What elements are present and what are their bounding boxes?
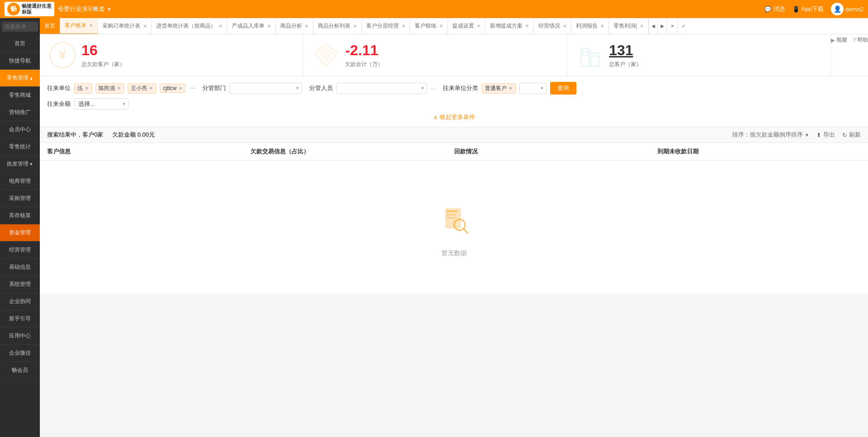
tab-profit-report-close[interactable]: ✕ (600, 24, 604, 28)
app-wrapper: 畅 畅捷通好生意 标版 母婴行业演示帐套 ▼ 💬 消息 📱 App下载 (0, 0, 868, 437)
message-btn[interactable]: 💬 消息 (764, 5, 785, 13)
sidebar-item-newguide[interactable]: 新手引导 (0, 310, 40, 328)
sidebar-item-appcenter[interactable]: 应用中心 (0, 328, 40, 345)
tab-product-receipt-close[interactable]: ✕ (267, 24, 271, 28)
sidebar-item-changhui[interactable]: 畅会员 (0, 362, 40, 379)
sidebar-item-purchase[interactable]: 采购管理 (0, 190, 40, 207)
svg-line-18 (464, 229, 468, 233)
sidebar-item-wholesale[interactable]: 批发管理 ▼ (0, 156, 40, 173)
sidebar-item-retail[interactable]: 零售管理 ▲ (0, 70, 40, 87)
user-profile-btn[interactable]: 👤 demo2 (831, 3, 863, 15)
svg-rect-11 (596, 55, 598, 57)
tab-customer-layer[interactable]: 客户分层经营 ✕ (362, 18, 410, 34)
tab-add-commission-close[interactable]: ✕ (525, 24, 529, 28)
dept-select[interactable] (230, 83, 302, 94)
tab-customer-ledger[interactable]: 客户账本 ✕ (60, 18, 98, 34)
sidebar-item-home[interactable]: 首页 (0, 35, 40, 52)
empty-icon (432, 197, 477, 242)
tab-stock-stat[interactable]: 进货单统计表（按商品） ✕ (152, 18, 227, 34)
person-more-btn[interactable]: ··· (431, 85, 436, 92)
store-chevron-icon[interactable]: ▼ (107, 7, 111, 12)
svg-rect-6 (583, 51, 585, 52)
tab-commission-setting-label: 提成设置 (452, 22, 474, 30)
tab-retail-profit-close[interactable]: ✕ (640, 24, 643, 28)
tab-product-receipt[interactable]: 产成品入库单 ✕ (227, 18, 276, 34)
tab-purchase-order-close[interactable]: ✕ (143, 24, 147, 28)
sidebar-item-retailmall[interactable]: 零售商城 (0, 87, 40, 104)
collapse-icon: ∧ (433, 114, 438, 121)
top-bar: 畅 畅捷通好生意 标版 母婴行业演示帐套 ▼ 💬 消息 📱 App下载 (0, 0, 868, 18)
stat-info-debt: -2.11 欠款合计（万） (345, 42, 557, 68)
stat-label-total: 总客户（家） (609, 61, 821, 68)
main-area: 首页 快捷导航 零售管理 ▲ 零售商城 营销推广 会员中心 零售统计 批发管理 … (0, 18, 868, 437)
tab-close-all[interactable]: ✕ (667, 18, 677, 34)
svg-rect-7 (586, 51, 588, 52)
video-icon: ▶ (831, 37, 835, 43)
tab-customer-contact[interactable]: 客户联络 ✕ (410, 18, 448, 34)
sidebar-item-members[interactable]: 会员中心 (0, 121, 40, 138)
top-bar-right: 💬 消息 📱 App下载 👤 demo2 (764, 3, 863, 15)
sidebar-item-marketing[interactable]: 营销推广 (0, 104, 40, 121)
query-button[interactable]: 查询 (550, 82, 576, 95)
sidebar-item-enterprise[interactable]: 企业协同 (0, 293, 40, 310)
refresh-icon: ↻ (842, 132, 847, 138)
unit-class-select-wrap (519, 83, 547, 94)
refresh-btn[interactable]: ↻ 刷新 (842, 131, 861, 139)
tab-nav-left[interactable]: ◀ (648, 18, 657, 34)
filter-tag-chen-remove[interactable]: ✕ (117, 86, 121, 91)
stat-card-total: 131 总客户（家） (567, 34, 831, 76)
sort-btn[interactable]: 排序：按欠款金额倒序排序 ▼ (732, 131, 809, 139)
sidebar-item-ecommerce[interactable]: 电商管理 (0, 173, 40, 190)
table-wrapper: 客户信息 欠款交易信息（占比） 回款情况 到期未收款日期 (40, 143, 868, 294)
app-download-btn[interactable]: 📱 App下载 (792, 5, 824, 13)
col-header-customer: 客户信息 (47, 147, 250, 156)
tab-goods-analysis-close[interactable]: ✕ (305, 24, 308, 28)
tab-customer-layer-close[interactable]: ✕ (402, 24, 405, 28)
tab-goods-analysis-list[interactable]: 商品分析列表 ✕ (313, 18, 362, 34)
balance-select[interactable]: 选择... (74, 98, 129, 109)
tab-customer-layer-label: 客户分层经营 (366, 22, 399, 30)
tab-add-commission[interactable]: 新增提成方案 ✕ (485, 18, 534, 34)
tab-nav-right[interactable]: ▶ (657, 18, 667, 34)
sidebar-item-basic[interactable]: 基础信息 (0, 259, 40, 276)
sidebar-item-inventory[interactable]: 库存核算 (0, 207, 40, 224)
tab-home[interactable]: 首页 (40, 18, 60, 34)
filter-tag-cjttcw-remove[interactable]: ✕ (178, 86, 182, 91)
tab-stock-stat-close[interactable]: ✕ (219, 24, 222, 28)
empty-text: 暂无数据 (441, 249, 467, 257)
sidebar-item-quicknav[interactable]: 快捷导航 (0, 52, 40, 70)
tab-add-commission-label: 新增提成方案 (490, 22, 523, 30)
filter-tag-ordinary: 普通客户 ✕ (482, 83, 516, 94)
sidebar-item-operations[interactable]: 经营管理 (0, 242, 40, 259)
tab-operations-close[interactable]: ✕ (563, 24, 566, 28)
search-input[interactable] (2, 22, 38, 32)
more-tags-btn[interactable]: ··· (189, 84, 195, 92)
tab-goods-analysis[interactable]: 商品分析 ✕ (276, 18, 313, 34)
help-btn[interactable]: ? 帮助 (853, 36, 868, 44)
stat-info-total: 131 总客户（家） (609, 42, 821, 68)
collapse-btn[interactable]: ∧ 收起更多条件 (433, 113, 475, 121)
filter-tag-wang-remove[interactable]: ✕ (149, 86, 153, 91)
export-btn[interactable]: ⬆ 导出 (816, 131, 835, 139)
tab-operations[interactable]: 经营情况 ✕ (534, 18, 571, 34)
tab-purchase-order[interactable]: 采购订单统计表 ✕ (98, 18, 152, 34)
table-header: 客户信息 欠款交易信息（占比） 回款情况 到期未收款日期 (40, 143, 868, 161)
person-select[interactable] (336, 83, 427, 94)
tab-retail-profit[interactable]: 零售利润( ✕ (609, 18, 648, 34)
filter-tag-ordinary-remove[interactable]: ✕ (508, 86, 513, 91)
sidebar-item-wechat[interactable]: 企业微信 (0, 345, 40, 362)
svg-rect-15 (446, 214, 456, 215)
sidebar-item-system[interactable]: 系统管理 (0, 276, 40, 293)
tab-commission-setting-close[interactable]: ✕ (477, 24, 480, 28)
unit-class-select[interactable] (519, 83, 547, 94)
video-btn[interactable]: ▶ 视频 (831, 36, 847, 44)
sidebar-item-finance[interactable]: 资金管理 (0, 224, 40, 242)
tab-expand[interactable]: ⤢ (677, 18, 688, 34)
tab-profit-report[interactable]: 利润报告 ✕ (571, 18, 609, 34)
tab-customer-contact-close[interactable]: ✕ (439, 24, 443, 28)
tab-commission-setting[interactable]: 提成设置 ✕ (448, 18, 485, 34)
filter-tag-wu-remove[interactable]: ✕ (85, 86, 89, 91)
tab-customer-ledger-close[interactable]: ✕ (89, 23, 93, 28)
tab-goods-analysis-list-close[interactable]: ✕ (353, 24, 357, 28)
sidebar-item-retailstat[interactable]: 零售统计 (0, 138, 40, 156)
